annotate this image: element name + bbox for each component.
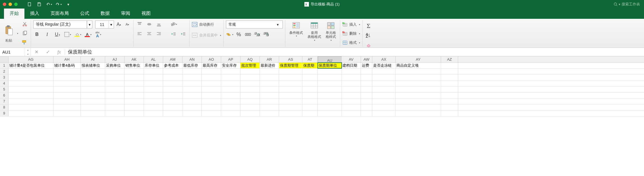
cell-AQ7[interactable] [240,99,260,104]
phonetic-button[interactable]: abcA▾ [95,31,102,38]
align-bottom-icon[interactable] [155,21,163,28]
col-header-AK[interactable]: AK [124,56,144,62]
cell-AH6[interactable] [53,93,81,98]
cell-AU6[interactable] [318,93,342,98]
cell-AV6[interactable] [342,93,361,98]
minimize-window-icon[interactable] [9,3,12,6]
cell-AG9[interactable] [9,110,53,116]
cell-AS7[interactable] [279,99,302,104]
row-header-4[interactable]: 4 [0,81,9,86]
cell-AH3[interactable] [53,75,81,80]
cell-AO2[interactable] [202,69,221,74]
cell-AV5[interactable] [342,87,361,92]
cell-AK8[interactable] [124,105,144,110]
cell-AO7[interactable] [202,99,221,104]
cell-AV8[interactable] [342,105,361,110]
cell-AL7[interactable] [144,99,163,104]
row-header-5[interactable]: 5 [0,87,9,92]
cell-AJ3[interactable] [105,75,124,80]
decrease-font-icon[interactable]: A▾ [124,21,131,28]
cell-AV2[interactable] [342,69,361,74]
col-header-AV[interactable]: AV [342,56,361,62]
tab-公式[interactable]: 公式 [74,8,95,19]
select-all-corner[interactable] [0,56,9,62]
format-cells-button[interactable]: 格式▾ [342,39,360,47]
insert-cells-button[interactable]: + 插入▾ [342,21,360,28]
cell-AL3[interactable] [144,75,163,80]
cell-AX1[interactable]: 是否走冻链 [372,63,396,68]
cell-AO4[interactable] [202,81,221,86]
qat-customize-icon[interactable]: ▾ [64,1,72,8]
cell-AT9[interactable] [302,110,318,116]
cell-AI5[interactable] [81,87,105,92]
cell-AR5[interactable] [260,87,279,92]
cell-AT2[interactable] [302,69,318,74]
bold-button[interactable]: B [33,31,41,38]
cell-AM3[interactable] [163,75,182,80]
cell-AO9[interactable] [202,110,221,116]
cell-AK4[interactable] [124,81,144,86]
cell-AQ1[interactable]: 批次管理 [240,63,260,68]
cell-AU4[interactable] [318,81,342,86]
col-header-AP[interactable]: AP [221,56,240,62]
enter-formula-icon[interactable]: ✓ [42,48,53,56]
sort-filter-icon[interactable]: AZ [365,32,372,39]
cell-AP7[interactable] [221,99,240,104]
cell-AL2[interactable] [144,69,163,74]
cell-AM9[interactable] [163,110,182,116]
cell-AT4[interactable] [302,81,318,86]
col-header-AJ[interactable]: AJ [105,56,124,62]
borders-button[interactable]: ▾ [64,31,71,38]
italic-button[interactable]: I [43,31,51,38]
name-box-stepper[interactable]: ▴▾ [25,48,31,56]
cell-AT3[interactable] [302,75,318,80]
cell-AO6[interactable] [202,93,221,98]
cell-AV7[interactable] [342,99,361,104]
cell-AU1[interactable]: 保质期单位 [318,63,342,68]
col-header-AY[interactable]: AY [396,56,441,62]
cell-AR1[interactable]: 最新进价 [260,63,279,68]
cell-AX7[interactable] [372,99,396,104]
cell-AW5[interactable] [361,87,372,92]
col-header-AO[interactable]: AO [202,56,221,62]
tab-插入[interactable]: 插入 [24,8,45,19]
col-header-AL[interactable]: AL [144,56,163,62]
tab-数据[interactable]: 数据 [95,8,115,19]
cell-AI2[interactable] [81,69,105,74]
cell-AK7[interactable] [124,99,144,104]
cell-AW7[interactable] [361,99,372,104]
cell-AM4[interactable] [163,81,182,86]
row-header-2[interactable]: 2 [0,69,9,74]
formula-input[interactable]: 保质期单位 [65,49,644,55]
cell-AL1[interactable]: 库存单位 [144,63,163,68]
col-header-AH[interactable]: AH [53,56,81,62]
cell-AI9[interactable] [81,110,105,116]
autosum-icon[interactable]: Σ [365,22,372,30]
cell-AI3[interactable] [81,75,105,80]
cell-AZ7[interactable] [441,99,458,104]
tab-视图[interactable]: 视图 [136,8,156,19]
col-header-AS[interactable]: AS [279,56,302,62]
cell-AH1[interactable]: 辅计量4条码 [53,63,81,68]
cell-AG3[interactable] [9,75,53,80]
cell-AJ7[interactable] [105,99,124,104]
cell-AS5[interactable] [279,87,302,92]
row-header-8[interactable]: 8 [0,105,9,110]
cell-AP2[interactable] [221,69,240,74]
cell-AJ9[interactable] [105,110,124,116]
cell-AK6[interactable] [124,93,144,98]
cell-AX4[interactable] [372,81,396,86]
cell-AJ2[interactable] [105,69,124,74]
cell-AY2[interactable] [396,69,441,74]
cell-AO3[interactable] [202,75,221,80]
cell-AK5[interactable] [124,87,144,92]
cell-AW8[interactable] [361,105,372,110]
currency-icon[interactable]: ▾ [226,31,233,38]
font-color-button[interactable]: A▾ [84,31,92,38]
cell-AH4[interactable] [53,81,81,86]
cell-AK2[interactable] [124,69,144,74]
row-header-7[interactable]: 7 [0,99,9,104]
cell-AY4[interactable] [396,81,441,86]
align-top-icon[interactable] [136,21,143,28]
cell-AG5[interactable] [9,87,53,92]
